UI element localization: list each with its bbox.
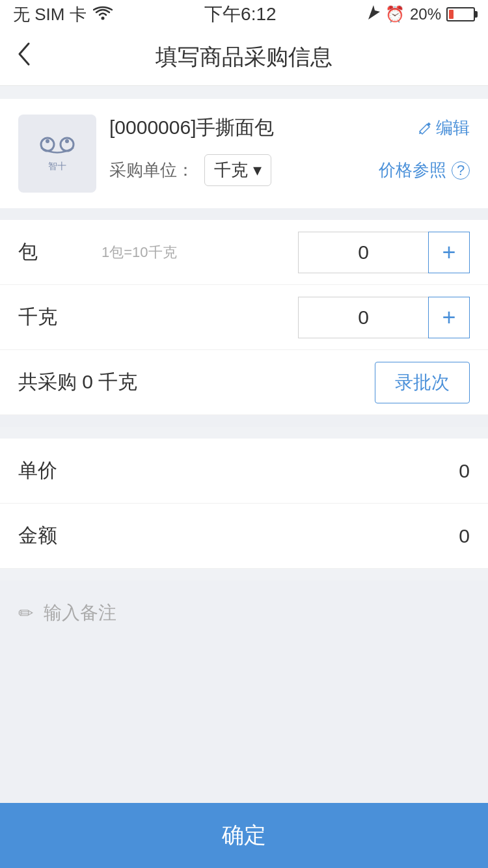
kg-plus-button[interactable]: + bbox=[428, 297, 470, 338]
summary-row: 共采购 0 千克 录批次 bbox=[0, 350, 488, 415]
nav-bar: 填写商品采购信息 bbox=[0, 29, 488, 86]
summary-text: 共采购 0 千克 bbox=[18, 369, 137, 396]
note-placeholder: 输入备注 bbox=[44, 601, 116, 625]
price-section: 单价 0 金额 0 bbox=[0, 439, 488, 569]
unit-select[interactable]: 千克 ▾ bbox=[204, 154, 271, 186]
product-name-row: [0000006]手撕面包 编辑 bbox=[109, 115, 470, 141]
price-ref-label: 价格参照 bbox=[379, 159, 446, 182]
note-icon: ✏ bbox=[18, 603, 33, 624]
unit-price-label: 单价 bbox=[18, 457, 57, 484]
confirm-bar[interactable]: 确定 bbox=[0, 803, 488, 868]
bag-input-row: 包 1包=10千克 + bbox=[0, 220, 488, 285]
section-divider-2 bbox=[0, 415, 488, 427]
battery-icon bbox=[446, 7, 475, 21]
wifi-icon bbox=[93, 5, 113, 25]
purchase-unit-row: 采购单位： 千克 ▾ 价格参照 ? bbox=[109, 154, 470, 186]
batch-button[interactable]: 录批次 bbox=[375, 362, 470, 403]
amount-label: 金额 bbox=[18, 522, 57, 549]
bag-input-wrapper: + bbox=[298, 232, 470, 273]
edit-label: 编辑 bbox=[436, 116, 470, 139]
bag-sub-label: 1包=10千克 bbox=[102, 243, 298, 262]
svg-point-5 bbox=[65, 139, 69, 143]
product-name: [0000006]手撕面包 bbox=[109, 115, 274, 141]
unit-value: 千克 bbox=[214, 159, 248, 182]
status-left: 无 SIM 卡 bbox=[13, 3, 113, 26]
alarm-icon: ⏰ bbox=[385, 5, 405, 23]
svg-point-0 bbox=[101, 16, 104, 20]
status-right: ⏰ 20% bbox=[368, 5, 475, 23]
help-icon: ? bbox=[452, 161, 470, 180]
status-bar: 无 SIM 卡 下午6:12 ⏰ 20% bbox=[0, 0, 488, 29]
confirm-button-label: 确定 bbox=[222, 821, 266, 850]
input-section: 包 1包=10千克 + 千克 + bbox=[0, 220, 488, 350]
kg-number-input[interactable] bbox=[298, 297, 428, 338]
price-ref-button[interactable]: 价格参照 ? bbox=[379, 159, 470, 182]
unit-price-value: 0 bbox=[459, 460, 470, 482]
summary-label: 共采购 bbox=[18, 371, 77, 392]
section-divider-1 bbox=[0, 208, 488, 220]
amount-value: 0 bbox=[459, 525, 470, 547]
product-info: [0000006]手撕面包 编辑 采购单位： 千克 ▾ 价格参照 ? bbox=[109, 115, 470, 186]
carrier-text: 无 SIM 卡 bbox=[13, 3, 87, 26]
product-card: 智十 [0000006]手撕面包 编辑 采购单位： 千克 ▾ bbox=[0, 99, 488, 208]
dropdown-icon: ▾ bbox=[253, 160, 262, 180]
summary-amount: 0 bbox=[82, 371, 93, 392]
battery-percent: 20% bbox=[410, 5, 441, 23]
summary-unit: 千克 bbox=[98, 371, 137, 392]
unit-price-row: 单价 0 bbox=[0, 439, 488, 504]
bag-plus-button[interactable]: + bbox=[428, 232, 470, 273]
amount-row: 金额 0 bbox=[0, 504, 488, 569]
unit-label: 采购单位： bbox=[109, 159, 194, 182]
kg-input-row: 千克 + bbox=[0, 285, 488, 350]
svg-text:智十: 智十 bbox=[48, 161, 66, 171]
page-title: 填写商品采购信息 bbox=[156, 42, 332, 72]
kg-label: 千克 bbox=[18, 304, 96, 331]
back-button[interactable] bbox=[16, 41, 31, 73]
bag-label: 包 bbox=[18, 239, 96, 265]
kg-input-wrapper: + bbox=[298, 297, 470, 338]
note-section[interactable]: ✏ 输入备注 bbox=[0, 580, 488, 645]
location-icon bbox=[368, 5, 380, 23]
product-image: 智十 bbox=[18, 115, 96, 193]
bag-number-input[interactable] bbox=[298, 232, 428, 273]
svg-marker-1 bbox=[368, 5, 380, 20]
svg-point-4 bbox=[46, 139, 49, 143]
product-logo: 智十 bbox=[31, 125, 83, 182]
edit-button[interactable]: 编辑 bbox=[418, 116, 470, 139]
status-time: 下午6:12 bbox=[204, 2, 277, 27]
